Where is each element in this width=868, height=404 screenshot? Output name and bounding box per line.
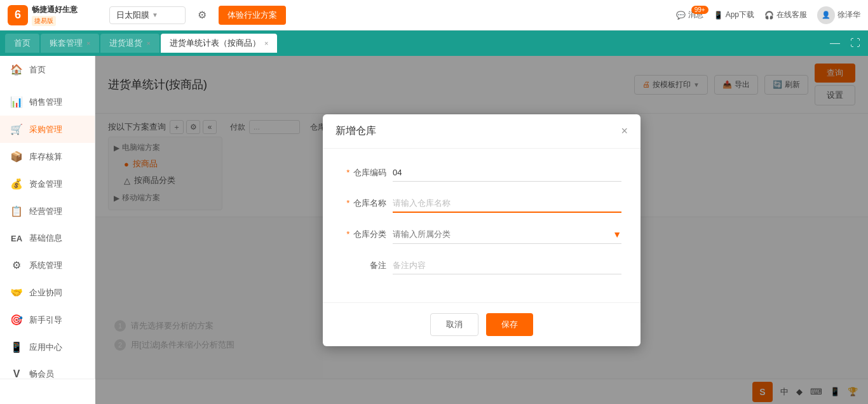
tab-bar: 首页 账套管理 × 进货退货 × 进货单统计表（按商品） × — ⛶: [0, 30, 868, 56]
trial-button[interactable]: 体验行业方案: [219, 6, 286, 25]
sidebar: 🏠 首页 📊 销售管理 🛒 采购管理 📦 库存核算 💰 资金管理 📋 经营管理 …: [0, 56, 95, 404]
warehouse-category-label: * 仓库分类: [342, 229, 386, 240]
logo-text: 畅捷通好生意: [32, 4, 78, 15]
tab-bar-right: — ⛶: [827, 35, 863, 51]
sidebar-item-home[interactable]: 🏠 首页: [0, 56, 95, 83]
add-warehouse-modal: 新增仓库 × * 仓库编码 *: [323, 114, 641, 346]
sidebar-item-purchase[interactable]: 🛒 采购管理: [0, 116, 95, 143]
headset-icon: 🎧: [764, 11, 774, 20]
tab-home-label: 首页: [14, 37, 31, 49]
sidebar-item-operations-label: 经营管理: [29, 206, 62, 217]
warehouse-category-input[interactable]: [393, 229, 613, 239]
content-area: 进货单统计(按商品) 🖨 按模板打印 ▼ 📤 导出 🔄 刷新: [95, 56, 868, 404]
sidebar-item-sales-label: 销售管理: [29, 97, 62, 108]
tab-purchase-stats[interactable]: 进货单统计表（按商品） ×: [161, 34, 277, 53]
tab-account-management-close[interactable]: ×: [86, 39, 90, 47]
inventory-icon: 📦: [10, 151, 23, 163]
tab-minimize-icon[interactable]: —: [827, 35, 843, 51]
tab-purchase-return-label: 进货退货: [109, 37, 142, 49]
tab-purchase-stats-label: 进货单统计表（按商品）: [170, 37, 261, 49]
warehouse-code-input[interactable]: [393, 164, 621, 182]
app-logo-icon: 6: [8, 5, 28, 25]
category-chevron-down-icon: ▼: [613, 229, 621, 239]
online-service-btn[interactable]: 🎧 在线客服: [764, 10, 807, 20]
main-layout: 🏠 首页 📊 销售管理 🛒 采购管理 📦 库存核算 💰 资金管理 📋 经营管理 …: [0, 56, 868, 404]
required-star-code: *: [346, 168, 349, 177]
sales-icon: 📊: [10, 96, 23, 108]
sidebar-item-basic-info-label: 基础信息: [29, 232, 62, 244]
tab-maximize-icon[interactable]: ⛶: [848, 35, 863, 51]
sidebar-item-newbie-label: 新手引导: [29, 314, 62, 326]
cancel-button[interactable]: 取消: [430, 313, 478, 336]
header-right: 💬 消息 99+ 📱 App下载 🎧 在线客服 👤 徐泽华: [676, 6, 860, 24]
messages-btn[interactable]: 💬 消息 99+: [676, 10, 703, 20]
sidebar-item-finance-label: 资金管理: [29, 178, 62, 190]
phone-icon: 📱: [714, 11, 723, 20]
purchase-icon: 🛒: [10, 123, 23, 135]
sidebar-item-app-center[interactable]: 📱 应用中心: [0, 333, 95, 361]
basic-info-icon: EA: [10, 234, 23, 243]
sidebar-item-enterprise[interactable]: 🤝 企业协同: [0, 279, 95, 306]
required-star-name: *: [346, 198, 349, 208]
required-star-category: *: [346, 229, 349, 239]
settings-icon-btn[interactable]: ⚙: [192, 5, 212, 25]
sidebar-item-system[interactable]: ⚙ 系统管理: [0, 252, 95, 279]
user-profile-btn[interactable]: 👤 徐泽华: [817, 6, 860, 24]
user-name: 徐泽华: [837, 10, 860, 20]
app-download-btn[interactable]: 📱 App下载: [714, 10, 754, 20]
sidebar-item-system-label: 系统管理: [29, 260, 62, 271]
sidebar-item-inventory-label: 库存核算: [29, 151, 62, 163]
top-header: 6 畅捷通好生意 捷易版 日太阳膜 ▼ ⚙ 体验行业方案 💬 消息 99+ 📱 …: [0, 0, 868, 30]
sidebar-item-sales[interactable]: 📊 销售管理: [0, 88, 95, 116]
tab-account-management[interactable]: 账套管理 ×: [41, 34, 99, 53]
notes-label: 备注: [342, 260, 386, 271]
warehouse-name-input[interactable]: [393, 194, 621, 213]
tab-purchase-return[interactable]: 进货退货 ×: [100, 34, 159, 53]
system-icon: ⚙: [10, 259, 23, 271]
chevron-down-icon: ▼: [152, 11, 158, 18]
logo-badge: 捷易版: [32, 16, 56, 26]
store-selector[interactable]: 日太阳膜 ▼: [109, 6, 186, 24]
modal-body: * 仓库编码 * 仓库名称: [323, 149, 641, 302]
store-name: 日太阳膜: [116, 10, 149, 21]
modal-title: 新增仓库: [336, 125, 376, 138]
messages-badge: 99+: [691, 6, 709, 14]
newbie-icon: 🎯: [10, 314, 23, 326]
logo-area: 6 畅捷通好生意 捷易版: [8, 4, 103, 26]
warehouse-code-label: * 仓库编码: [342, 167, 386, 178]
avatar: 👤: [817, 6, 835, 24]
gear-icon: ⚙: [198, 9, 207, 21]
sidebar-item-finance[interactable]: 💰 资金管理: [0, 170, 95, 198]
tab-home[interactable]: 首页: [5, 34, 39, 53]
modal-header: 新增仓库 ×: [323, 114, 641, 149]
tab-account-management-label: 账套管理: [50, 37, 83, 49]
sidebar-item-operations[interactable]: 📋 经营管理: [0, 198, 95, 225]
sidebar-item-newbie[interactable]: 🎯 新手引导: [0, 306, 95, 333]
modal-footer: 取消 保存: [323, 302, 641, 346]
modal-close-btn[interactable]: ×: [621, 125, 628, 137]
form-row-notes: 备注: [342, 257, 621, 274]
tab-purchase-return-close[interactable]: ×: [146, 39, 150, 47]
app-download-label: App下载: [726, 10, 754, 20]
finance-icon: 💰: [10, 178, 23, 190]
form-row-warehouse-name: * 仓库名称: [342, 194, 621, 213]
notes-input[interactable]: [393, 257, 621, 274]
sidebar-item-home-label: 首页: [29, 64, 46, 76]
warehouse-name-label: * 仓库名称: [342, 198, 386, 209]
form-row-warehouse-category: * 仓库分类 ▼: [342, 226, 621, 244]
home-icon: 🏠: [10, 64, 23, 76]
save-button[interactable]: 保存: [486, 313, 533, 336]
sidebar-item-purchase-label: 采购管理: [29, 124, 62, 135]
tab-purchase-stats-close[interactable]: ×: [264, 39, 268, 47]
form-row-warehouse-code: * 仓库编码: [342, 164, 621, 182]
sidebar-item-basic-info[interactable]: EA 基础信息: [0, 225, 95, 252]
warehouse-category-select[interactable]: ▼: [393, 226, 621, 244]
online-service-label: 在线客服: [776, 10, 807, 20]
app-center-icon: 📱: [10, 341, 23, 353]
sidebar-item-inventory[interactable]: 📦 库存核算: [0, 143, 95, 170]
operations-icon: 📋: [10, 205, 23, 217]
logo-text-area: 畅捷通好生意 捷易版: [32, 4, 78, 26]
enterprise-icon: 🤝: [10, 286, 23, 299]
message-icon: 💬: [676, 11, 686, 20]
sidebar-item-enterprise-label: 企业协同: [29, 287, 62, 299]
